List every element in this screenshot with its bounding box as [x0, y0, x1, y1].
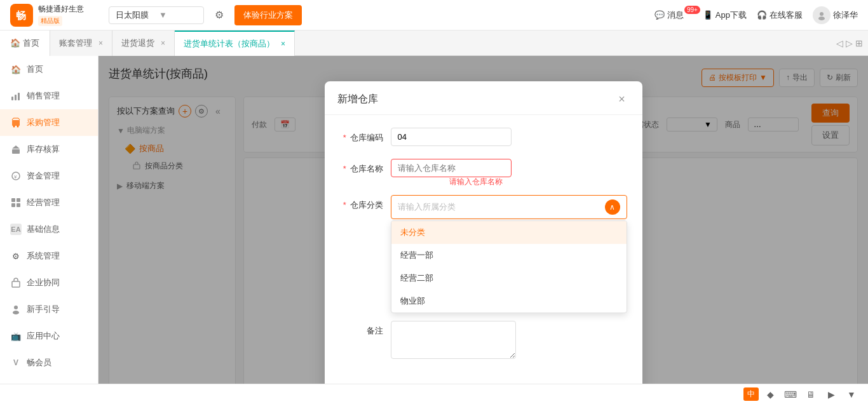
warehouse-code-label: * 仓库编码: [340, 128, 391, 144]
remark-label: 备注: [340, 321, 391, 337]
sidebar-item-purchase[interactable]: 采购管理: [0, 109, 98, 136]
svg-point-1: [820, 12, 824, 16]
system-sidebar-icon: ⚙: [10, 250, 22, 262]
main-layout: 🏠 首页 销售管理 采购管理 库存核算 ¥ 资金管理: [0, 56, 868, 404]
enterprise-sidebar-icon: [10, 277, 22, 288]
warehouse-code-input[interactable]: [391, 128, 512, 146]
modal-add-warehouse: 新增仓库 × * 仓库编码: [325, 81, 642, 404]
bottom-bar: 中 ◆ ⌨ 🖥 ▶ ▼: [0, 384, 868, 404]
top-header: 畅 畅捷通好生意 精品版 日太阳膜 ▼ ⚙ 体验行业方案 💬 消息 99+ 📱 …: [0, 0, 868, 30]
logo-text: 畅捷通好生意 精品版: [38, 4, 84, 26]
logo-area: 畅 畅捷通好生意 精品版: [10, 4, 109, 27]
tab-bar: 🏠 首页 账套管理 × 进货退货 × 进货单统计表（按商品） × ◁ ▷ ⊞: [0, 30, 868, 56]
svg-point-19: [13, 311, 19, 314]
apps-sidebar-icon: 📺: [10, 330, 22, 342]
svg-rect-6: [12, 120, 20, 126]
sidebar-item-sales[interactable]: 销售管理: [0, 83, 98, 109]
warehouse-name-label: * 仓库名称: [340, 159, 391, 175]
tab-expand[interactable]: ⊞: [855, 38, 863, 48]
notification-icon: 💬: [654, 10, 665, 20]
bottom-icon-keyboard[interactable]: ⌨: [782, 386, 799, 403]
warehouse-name-error: 请输入仓库名称: [449, 177, 503, 187]
dropdown-item-property[interactable]: 物业部: [391, 290, 627, 313]
warehouse-category-dropdown[interactable]: 请输入所属分类 ∧: [391, 195, 627, 219]
svg-point-7: [13, 126, 15, 128]
modal-header: 新增仓库 ×: [325, 81, 642, 115]
svg-rect-3: [11, 97, 13, 100]
sales-sidebar-icon: [10, 90, 22, 102]
tab-home[interactable]: 🏠 首页: [0, 30, 50, 56]
svg-rect-16: [17, 203, 20, 207]
svg-point-18: [14, 306, 18, 309]
warehouse-name-input[interactable]: [391, 159, 512, 177]
sidebar-item-finance[interactable]: ¥ 资金管理: [0, 163, 98, 189]
sidebar: 🏠 首页 销售管理 采购管理 库存核算 ¥ 资金管理: [0, 56, 98, 404]
modal-title: 新增仓库: [337, 93, 378, 106]
user-item[interactable]: 徐泽华: [813, 6, 858, 24]
dropdown-item-unclassified[interactable]: 未分类: [391, 221, 627, 244]
category-placeholder: 请输入所属分类: [398, 201, 605, 213]
sidebar-item-basic[interactable]: EA 基础信息: [0, 216, 98, 243]
bottom-icon-down[interactable]: ▼: [843, 386, 860, 403]
home-sidebar-icon: 🏠: [10, 64, 22, 75]
svg-text:¥: ¥: [13, 174, 17, 180]
sidebar-item-apps[interactable]: 📺 应用中心: [0, 323, 98, 349]
bottom-icons: 中 ◆ ⌨ 🖥 ▶ ▼: [743, 386, 860, 403]
remark-wrap: [391, 321, 627, 361]
headset-icon: 🎧: [757, 10, 767, 20]
warehouse-category-label: * 仓库分类: [340, 195, 391, 211]
notification-item[interactable]: 💬 消息 99+: [654, 10, 693, 21]
svg-rect-9: [12, 149, 20, 154]
svg-rect-5: [18, 93, 20, 100]
member-sidebar-icon: V: [10, 357, 22, 368]
form-row-remark: 备注: [340, 321, 627, 361]
tab-purchase-return-close[interactable]: ×: [161, 39, 165, 47]
modal-backdrop: 新增仓库 × * 仓库编码: [98, 56, 868, 404]
store-selector[interactable]: 日太阳膜 ▼: [109, 6, 204, 24]
trial-button[interactable]: 体验行业方案: [234, 5, 302, 25]
bottom-icon-play[interactable]: ▶: [822, 386, 840, 403]
settings-icon[interactable]: ⚙: [209, 5, 229, 25]
sidebar-item-operations[interactable]: 经营管理: [0, 189, 98, 216]
tab-purchase-return[interactable]: 进货退货 ×: [112, 30, 175, 56]
basic-sidebar-icon: EA: [10, 224, 22, 235]
modal-body: * 仓库编码 * 仓库名称: [325, 115, 642, 386]
svg-point-2: [818, 17, 825, 20]
app-download-item[interactable]: 📱 App下载: [703, 10, 747, 21]
category-dropdown-list: 未分类 经营一部 经营二部 物业部: [391, 220, 627, 313]
tab-purchase-stat-close[interactable]: ×: [281, 40, 285, 48]
dropdown-item-dept2[interactable]: 经营二部: [391, 267, 627, 290]
tab-nav-next[interactable]: ▷: [846, 38, 853, 48]
bottom-icon-monitor[interactable]: 🖥: [802, 386, 820, 403]
form-row-category: * 仓库分类 请输入所属分类 ∧ 未分类 经营一部: [340, 195, 627, 219]
sidebar-item-system[interactable]: ⚙ 系统管理: [0, 243, 98, 269]
svg-rect-15: [11, 203, 15, 207]
modal-close-button[interactable]: ×: [614, 91, 630, 107]
svg-marker-10: [12, 145, 20, 149]
tab-purchase-stat[interactable]: 进货单统计表（按商品） ×: [175, 30, 295, 56]
svg-rect-17: [12, 281, 20, 287]
finance-sidebar-icon: ¥: [10, 170, 22, 182]
sidebar-item-home[interactable]: 🏠 首页: [0, 56, 98, 83]
sidebar-item-enterprise[interactable]: 企业协同: [0, 269, 98, 296]
phone-icon: 📱: [703, 10, 713, 20]
content-area: 进货单统计(按商品) 🖨 按模板打印 ▼ ↑ 导出 ↻ 刷新: [98, 56, 868, 404]
tab-accounts[interactable]: 账套管理 ×: [50, 30, 112, 56]
svg-rect-14: [17, 198, 20, 202]
tab-nav-prev[interactable]: ◁: [836, 38, 843, 48]
dropdown-item-dept1[interactable]: 经营一部: [391, 244, 627, 267]
form-row-name: * 仓库名称 请输入仓库名称: [340, 159, 627, 177]
bottom-icon-zhong[interactable]: 中: [743, 387, 759, 401]
header-right: 💬 消息 99+ 📱 App下载 🎧 在线客服 徐泽华: [654, 6, 858, 24]
sidebar-item-inventory[interactable]: 库存核算: [0, 136, 98, 163]
operations-sidebar-icon: [10, 197, 22, 208]
category-dropdown-arrow: ∧: [605, 199, 620, 215]
remark-textarea[interactable]: [391, 321, 516, 359]
sidebar-item-member[interactable]: V 畅会员: [0, 349, 98, 376]
inventory-sidebar-icon: [10, 144, 22, 155]
tab-accounts-close[interactable]: ×: [98, 39, 103, 47]
bottom-icon-diamond[interactable]: ◆: [761, 386, 779, 403]
online-service-item[interactable]: 🎧 在线客服: [757, 10, 803, 21]
sidebar-item-guide[interactable]: 新手引导: [0, 296, 98, 323]
store-dropdown-arrow: ▼: [159, 10, 197, 20]
